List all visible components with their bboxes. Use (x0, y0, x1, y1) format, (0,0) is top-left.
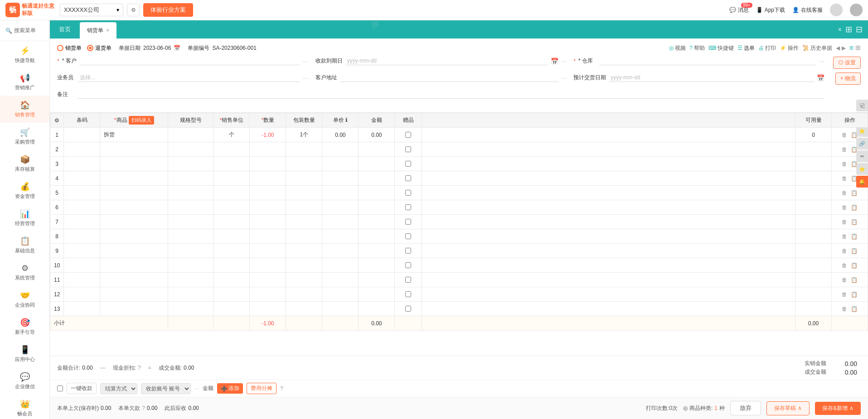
settlement-select[interactable]: 结算方式 (100, 383, 137, 394)
cell-pkg-qty[interactable] (286, 215, 322, 229)
delete-icon[interactable]: 🗑 (842, 248, 847, 254)
cell-price[interactable] (322, 244, 359, 258)
sidebar-item-sales[interactable]: 🏠 销售管理 (0, 96, 49, 123)
online-service-btn[interactable]: 👤 在线客服 (792, 6, 823, 14)
sidebar-item-enterprise[interactable]: 🤝 企业协同 (0, 286, 49, 313)
save-draft-btn[interactable]: 保存草稿 ∧ (766, 401, 810, 415)
operation-btn[interactable]: ⚡ 操作 (780, 44, 799, 52)
cell-unit[interactable] (213, 200, 250, 215)
account-select[interactable]: 收款账号 账号 (141, 383, 191, 394)
cell-gift[interactable] (395, 215, 422, 229)
copy-icon[interactable]: 📋 (851, 219, 858, 225)
calendar-icon[interactable]: 📅 (174, 45, 180, 51)
cell-unit[interactable] (213, 171, 250, 186)
cell-price[interactable] (322, 186, 359, 200)
cell-product[interactable] (100, 171, 168, 186)
expense-btn[interactable]: 费用分摊 (247, 383, 276, 394)
list-icon[interactable]: ≡ (849, 44, 853, 52)
warehouse-input[interactable]: 建材仓 (599, 57, 816, 65)
delete-icon[interactable]: 🗑 (842, 291, 847, 298)
cell-gift[interactable] (395, 142, 422, 157)
cell-barcode[interactable] (64, 200, 100, 215)
sidebar-item-app-center[interactable]: 📱 应用中心 (0, 340, 49, 367)
cell-product[interactable] (100, 157, 168, 171)
copy-icon[interactable]: 📋 (851, 277, 858, 283)
cell-qty[interactable] (250, 215, 286, 229)
tab-home[interactable]: 首页 (50, 20, 80, 39)
cell-amount[interactable] (359, 186, 395, 200)
cell-barcode[interactable] (64, 128, 100, 142)
cell-qty[interactable] (250, 302, 286, 316)
cell-price[interactable] (322, 157, 359, 171)
cell-spec[interactable] (168, 171, 213, 186)
total-owed-help[interactable]: ? (142, 405, 145, 411)
cell-qty[interactable] (250, 142, 286, 157)
cell-price[interactable] (322, 273, 359, 287)
notes-input[interactable] (78, 90, 824, 99)
cell-amount[interactable] (359, 215, 395, 229)
cell-amount[interactable] (359, 273, 395, 287)
cell-qty[interactable] (250, 157, 286, 171)
sidebar-item-wechat[interactable]: 💬 企业微信 (0, 367, 49, 395)
float-link-btn[interactable]: 🔗 (856, 138, 868, 149)
sidebar-item-guide[interactable]: 🎯 新手引导 (0, 313, 49, 340)
cell-gift[interactable] (395, 302, 422, 316)
cell-price[interactable] (322, 171, 359, 186)
sidebar-item-system[interactable]: ⚙ 系统管理 (0, 259, 49, 286)
delete-icon[interactable]: 🗑 (842, 262, 847, 269)
app-download-btn[interactable]: 📱 App下载 (756, 6, 785, 14)
sidebar-search-btn[interactable]: 🔍 搜索菜单 (0, 24, 49, 37)
cell-unit[interactable] (213, 244, 250, 258)
cell-amount[interactable] (359, 244, 395, 258)
copy-icon[interactable]: 📋 (851, 190, 858, 196)
payment-date-dots-btn[interactable]: ··· (561, 58, 567, 65)
cell-amount[interactable] (359, 171, 395, 186)
sidebar-item-member[interactable]: 👑 畅会员 (0, 395, 49, 419)
cell-pkg-qty[interactable] (286, 273, 322, 287)
customer-addr-input[interactable] (340, 73, 558, 82)
cell-price[interactable] (322, 215, 359, 229)
grid-view-icon[interactable]: ⊞ (845, 24, 852, 34)
cell-barcode[interactable] (64, 258, 100, 273)
cell-product[interactable] (100, 244, 168, 258)
cell-product[interactable] (100, 258, 168, 273)
cell-barcode[interactable] (64, 229, 100, 244)
cell-pkg-qty[interactable] (286, 157, 322, 171)
cell-gift[interactable] (395, 186, 422, 200)
cell-qty[interactable] (250, 229, 286, 244)
cell-qty[interactable] (250, 258, 286, 273)
print-btn[interactable]: 🖨 打印 (758, 44, 776, 52)
history-btn[interactable]: 📜 历史单据 (802, 44, 832, 52)
trial-button[interactable]: 体验行业方案 (143, 3, 193, 17)
payment-date-input[interactable] (345, 57, 548, 65)
cell-gift[interactable] (395, 200, 422, 215)
sidebar-item-quick-nav[interactable]: ⚡ 快捷导航 (0, 41, 49, 68)
payment-date-cal-icon[interactable]: 📅 (551, 58, 558, 65)
delete-icon[interactable]: 🗑 (842, 190, 847, 196)
cell-barcode[interactable] (64, 186, 100, 200)
expand-icon[interactable]: × (838, 26, 842, 33)
cell-barcode[interactable] (64, 171, 100, 186)
cell-product[interactable]: 拆货 (100, 128, 168, 142)
delete-icon[interactable]: 🗑 (842, 219, 847, 225)
cell-qty[interactable] (250, 171, 286, 186)
cell-qty[interactable] (250, 186, 286, 200)
cell-price[interactable] (322, 287, 359, 302)
customer-dots-btn[interactable]: ··· (303, 58, 308, 65)
cell-spec[interactable] (168, 157, 213, 171)
cell-product[interactable] (100, 273, 168, 287)
float-alert-btn[interactable]: 🔔 (856, 176, 868, 188)
cell-unit[interactable] (213, 287, 250, 302)
cell-barcode[interactable] (64, 157, 100, 171)
cell-spec[interactable] (168, 273, 213, 287)
copy-icon[interactable]: 📋 (851, 233, 858, 240)
discount-help-icon[interactable]: ? (138, 365, 141, 371)
cell-price[interactable] (322, 142, 359, 157)
tab-close-icon[interactable]: × (106, 27, 109, 34)
float-edit-btn[interactable]: ✏ (856, 150, 868, 162)
cell-product[interactable] (100, 215, 168, 229)
expense-help-icon[interactable]: ? (280, 385, 283, 392)
float-note-btn[interactable]: 记 (856, 100, 868, 111)
sidebar-item-purchase[interactable]: 🛒 采购管理 (0, 123, 49, 150)
cell-gift[interactable] (395, 258, 422, 273)
